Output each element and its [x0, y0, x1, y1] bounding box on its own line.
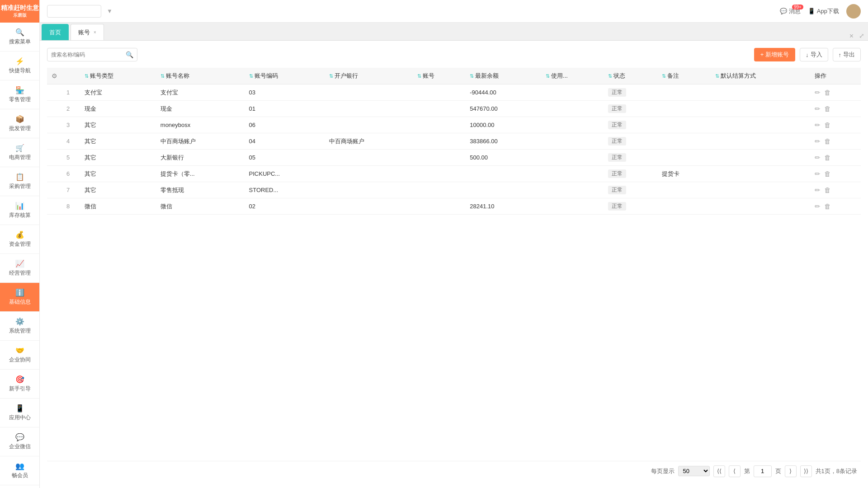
status-badge: 正常 — [608, 137, 626, 145]
row-num: 7 — [62, 182, 80, 198]
edit-btn[interactable]: ✏ — [815, 186, 821, 194]
sidebar-item-finance[interactable]: 💰资金管理 — [0, 225, 39, 254]
row-account — [413, 166, 465, 182]
edit-btn[interactable]: ✏ — [815, 89, 821, 97]
sidebar-item-label: 畅会员 — [12, 472, 28, 479]
col-name[interactable]: ⇅账号名称 — [156, 68, 245, 84]
prev-page-btn[interactable]: ⟨ — [729, 465, 741, 477]
col-settlement[interactable]: ⇅默认结算方式 — [711, 68, 810, 84]
col-balance[interactable]: ⇅最新余额 — [465, 68, 541, 84]
page-suffix: 页 — [775, 467, 781, 475]
tab-account-close[interactable]: × — [94, 30, 96, 35]
search-icon: 🔍 — [126, 51, 133, 58]
row-type: 其它 — [80, 166, 156, 182]
edit-btn[interactable]: ✏ — [815, 170, 821, 178]
per-page-select[interactable]: 50 100 200 — [678, 466, 710, 476]
column-settings-icon[interactable]: ⚙ — [52, 72, 57, 80]
sidebar-item-quick-nav[interactable]: ⚡快捷导航 — [0, 52, 39, 80]
row-account — [413, 117, 465, 133]
col-code[interactable]: ⇅账号编码 — [245, 68, 325, 84]
delete-btn[interactable]: 🗑 — [824, 186, 831, 194]
sidebar-item-search-menu[interactable]: 🔍搜索菜单 — [0, 23, 39, 52]
col-settings[interactable]: ⚙ — [47, 68, 62, 84]
row-notes — [657, 150, 711, 166]
sidebar-item-operations[interactable]: 📈经营管理 — [0, 254, 39, 283]
sidebar-item-newcomer[interactable]: 🎯新手引导 — [0, 370, 39, 399]
sidebar-item-enterprise-wechat[interactable]: 💬企业微信 — [0, 427, 39, 456]
delete-btn[interactable]: 🗑 — [824, 137, 831, 145]
row-name: 微信 — [156, 198, 245, 215]
next-page-btn[interactable]: ⟩ — [785, 465, 797, 477]
delete-btn[interactable]: 🗑 — [824, 121, 831, 129]
delete-btn[interactable]: 🗑 — [824, 154, 831, 162]
sidebar-item-purchase[interactable]: 📋采购管理 — [0, 167, 39, 196]
row-status: 正常 — [604, 198, 658, 215]
delete-btn[interactable]: 🗑 — [824, 202, 831, 211]
edit-btn[interactable]: ✏ — [815, 202, 821, 211]
first-page-btn[interactable]: ⟨⟨ — [713, 465, 725, 477]
page-input[interactable] — [754, 465, 772, 477]
sidebar-item-label: 库存核算 — [9, 212, 31, 218]
sidebar-item-label: 经营管理 — [9, 270, 31, 276]
sidebar-item-system[interactable]: ⚙️系统管理 — [0, 312, 39, 341]
basic-info-icon: ℹ️ — [2, 288, 38, 297]
add-account-button[interactable]: + 新增账号 — [754, 48, 795, 61]
col-bank[interactable]: ⇅开户银行 — [325, 68, 413, 84]
row-usage — [541, 133, 604, 150]
edit-btn[interactable]: ✏ — [815, 121, 821, 129]
row-notes: 提货卡 — [657, 166, 711, 182]
col-type[interactable]: ⇅账号类型 — [80, 68, 156, 84]
row-bank — [325, 84, 413, 101]
delete-btn[interactable]: 🗑 — [824, 89, 831, 97]
row-status: 正常 — [604, 133, 658, 150]
sidebar-item-retail[interactable]: 🏪零售管理 — [0, 80, 39, 109]
row-bank — [325, 182, 413, 198]
row-settlement — [711, 182, 810, 198]
messages-button[interactable]: 💬 消息 99+ — [780, 7, 801, 15]
row-status: 正常 — [604, 117, 658, 133]
topbar-dropdown-icon[interactable]: ▼ — [107, 8, 113, 14]
tab-home[interactable]: 首页 — [42, 24, 69, 40]
user-avatar[interactable] — [846, 4, 861, 19]
row-settlement — [711, 101, 810, 117]
edit-btn[interactable]: ✏ — [815, 137, 821, 145]
row-expand — [47, 198, 62, 215]
col-usage[interactable]: ⇅使用... — [541, 68, 604, 84]
col-notes[interactable]: ⇅备注 — [657, 68, 711, 84]
delete-btn[interactable]: 🗑 — [824, 170, 831, 178]
sidebar-item-wholesale[interactable]: 📦批发管理 — [0, 109, 39, 138]
topbar-search-input[interactable] — [47, 5, 101, 18]
export-button[interactable]: ↑ 导出 — [833, 48, 861, 61]
table-row: 8 微信 微信 02 28241.10 正常 ✏ 🗑 — [47, 198, 861, 215]
pagination: 每页显示 50 100 200 ⟨⟨ ⟨ 第 页 ⟩ ⟩⟩ 共1页，8条记录 — [47, 461, 861, 481]
col-status[interactable]: ⇅状态 — [604, 68, 658, 84]
close-window-btn[interactable]: × — [849, 32, 854, 40]
row-settlement — [711, 150, 810, 166]
sidebar-item-app-center[interactable]: 📱应用中心 — [0, 399, 39, 427]
search-box[interactable]: 🔍 — [47, 48, 137, 61]
delete-btn[interactable]: 🗑 — [824, 105, 831, 113]
col-account[interactable]: ⇅账号 — [413, 68, 465, 84]
import-button[interactable]: ↓ 导入 — [800, 48, 828, 61]
row-status: 正常 — [604, 150, 658, 166]
edit-btn[interactable]: ✏ — [815, 105, 821, 113]
row-expand — [47, 117, 62, 133]
tab-account[interactable]: 账号 × — [71, 24, 104, 40]
topbar: ▼ 💬 消息 99+ 📱 App下载 — [40, 0, 868, 23]
logo-main: 精准赶时生意 — [1, 4, 39, 12]
table-row: 4 其它 中百商场账户 04 中百商场账户 383866.00 正常 ✏ 🗑 — [47, 133, 861, 150]
edit-btn[interactable]: ✏ — [815, 154, 821, 162]
total-label: 共1页，8条记录 — [816, 467, 857, 475]
app-download-button[interactable]: 📱 App下载 — [808, 7, 839, 15]
last-page-btn[interactable]: ⟩⟩ — [800, 465, 812, 477]
sidebar-item-member[interactable]: 👥畅会员 — [0, 456, 39, 485]
expand-window-btn[interactable]: ⤢ — [859, 32, 864, 40]
sidebar-item-basic-info[interactable]: ℹ️基础信息 — [0, 283, 39, 312]
sidebar-item-ecommerce[interactable]: 🛒电商管理 — [0, 138, 39, 167]
sidebar-item-inventory[interactable]: 📊库存核算 — [0, 196, 39, 225]
row-notes — [657, 198, 711, 215]
sidebar-item-enterprise-agreement[interactable]: 🤝企业协同 — [0, 341, 39, 370]
search-input[interactable] — [51, 52, 126, 58]
row-usage — [541, 101, 604, 117]
app-download-label: App下载 — [817, 7, 839, 15]
